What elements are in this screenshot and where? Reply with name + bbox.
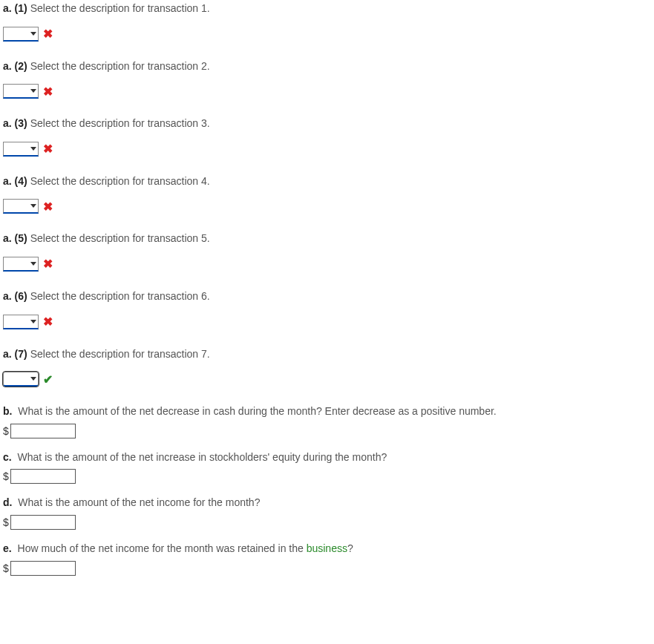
question-e-text-after: ?: [347, 542, 353, 554]
transaction-4-dropdown[interactable]: [3, 199, 39, 214]
question-a-6-prompt: a. (6)Select the description for transac…: [3, 289, 651, 304]
wrong-icon: ✖: [43, 142, 53, 156]
question-a-3-prefix: a. (3): [3, 117, 27, 129]
question-e-prefix: e.: [3, 542, 12, 554]
dollar-sign-icon: $: [3, 516, 9, 528]
question-a-7-block: a. (7)Select the description for transac…: [3, 347, 651, 387]
question-b-text: What is the amount of the net decrease i…: [18, 405, 496, 417]
question-b-input-row: $: [3, 424, 651, 438]
question-b-prefix: b.: [3, 405, 12, 417]
question-a-7-input-row: ✔: [3, 372, 651, 387]
transaction-3-dropdown[interactable]: [3, 142, 39, 157]
question-a-5-block: a. (5)Select the description for transac…: [3, 231, 651, 272]
wrong-icon: ✖: [43, 85, 53, 99]
question-e-input-row: $: [3, 561, 651, 576]
question-a-1-input-row: ✖: [3, 27, 651, 42]
question-d-input-row: $: [3, 515, 651, 530]
question-e-prompt: e. How much of the net income for the mo…: [3, 542, 651, 556]
transaction-1-dropdown[interactable]: [3, 27, 39, 42]
question-c-text: What is the amount of the net increase i…: [18, 451, 388, 463]
question-a-5-prefix: a. (5): [3, 232, 27, 244]
chevron-down-icon: [30, 377, 36, 381]
question-a-5-input-row: ✖: [3, 257, 651, 272]
question-d-input[interactable]: [10, 515, 76, 530]
question-a-3-text: Select the description for transaction 3…: [30, 117, 210, 129]
question-a-7-prefix: a. (7): [3, 348, 27, 360]
question-d-block: d. What is the amount of the net income …: [3, 496, 651, 530]
question-a-4-block: a. (4)Select the description for transac…: [3, 174, 651, 214]
question-a-2-input-row: ✖: [3, 84, 651, 99]
question-a-1-prompt: a. (1)Select the description for transac…: [3, 1, 651, 16]
section-a: a. (1)Select the description for transac…: [3, 1, 651, 387]
question-a-2-prefix: a. (2): [3, 60, 27, 72]
question-a-1-prefix: a. (1): [3, 2, 27, 14]
question-c-prefix: c.: [3, 451, 12, 463]
wrong-icon: ✖: [43, 257, 53, 271]
dollar-sign-icon: $: [3, 425, 9, 437]
transaction-7-dropdown[interactable]: [3, 372, 39, 387]
question-a-2-prompt: a. (2)Select the description for transac…: [3, 59, 651, 74]
question-e-input[interactable]: [10, 561, 76, 576]
question-a-6-input-row: ✖: [3, 315, 651, 329]
chevron-down-icon: [30, 89, 36, 93]
question-c-input[interactable]: [10, 469, 76, 484]
wrong-icon: ✖: [43, 315, 53, 329]
wrong-icon: ✖: [43, 200, 53, 214]
question-c-prompt: c. What is the amount of the net increas…: [3, 450, 651, 465]
wrong-icon: ✖: [43, 27, 53, 41]
question-d-text: What is the amount of the net income for…: [18, 496, 260, 508]
question-a-4-prompt: a. (4)Select the description for transac…: [3, 174, 651, 189]
question-a-7-text: Select the description for transaction 7…: [30, 348, 210, 360]
question-a-3-block: a. (3)Select the description for transac…: [3, 116, 651, 157]
transaction-5-dropdown[interactable]: [3, 257, 39, 272]
question-a-4-prefix: a. (4): [3, 175, 27, 187]
transaction-2-dropdown[interactable]: [3, 84, 39, 99]
dollar-sign-icon: $: [3, 470, 9, 482]
chevron-down-icon: [30, 262, 36, 266]
question-e-text-before: How much of the net income for the month…: [18, 542, 307, 554]
question-a-3-input-row: ✖: [3, 142, 651, 157]
question-b-prompt: b. What is the amount of the net decreas…: [3, 404, 651, 419]
question-a-7-prompt: a. (7)Select the description for transac…: [3, 347, 651, 362]
question-d-prefix: d.: [3, 496, 12, 508]
transaction-6-dropdown[interactable]: [3, 315, 39, 329]
question-b-input[interactable]: [10, 424, 76, 438]
dollar-sign-icon: $: [3, 562, 9, 574]
chevron-down-icon: [30, 147, 36, 151]
question-a-3-prompt: a. (3)Select the description for transac…: [3, 116, 651, 131]
business-term-link[interactable]: business: [307, 542, 347, 554]
question-c-block: c. What is the amount of the net increas…: [3, 450, 651, 484]
question-a-2-text: Select the description for transaction 2…: [30, 60, 210, 72]
question-a-6-block: a. (6)Select the description for transac…: [3, 289, 651, 329]
question-a-2-block: a. (2)Select the description for transac…: [3, 59, 651, 99]
question-c-input-row: $: [3, 469, 651, 484]
question-a-4-text: Select the description for transaction 4…: [30, 175, 210, 187]
question-a-1-text: Select the description for transaction 1…: [30, 2, 210, 14]
question-a-5-prompt: a. (5)Select the description for transac…: [3, 231, 651, 246]
question-e-block: e. How much of the net income for the mo…: [3, 542, 651, 576]
question-a-6-prefix: a. (6): [3, 290, 27, 302]
chevron-down-icon: [30, 320, 36, 323]
chevron-down-icon: [30, 204, 36, 208]
chevron-down-icon: [30, 32, 36, 36]
question-a-6-text: Select the description for transaction 6…: [30, 290, 210, 302]
question-a-1-block: a. (1)Select the description for transac…: [3, 1, 651, 42]
question-a-5-text: Select the description for transaction 5…: [30, 232, 210, 244]
correct-icon: ✔: [43, 372, 53, 387]
question-b-block: b. What is the amount of the net decreas…: [3, 404, 651, 438]
question-a-4-input-row: ✖: [3, 199, 651, 214]
question-d-prompt: d. What is the amount of the net income …: [3, 496, 651, 510]
